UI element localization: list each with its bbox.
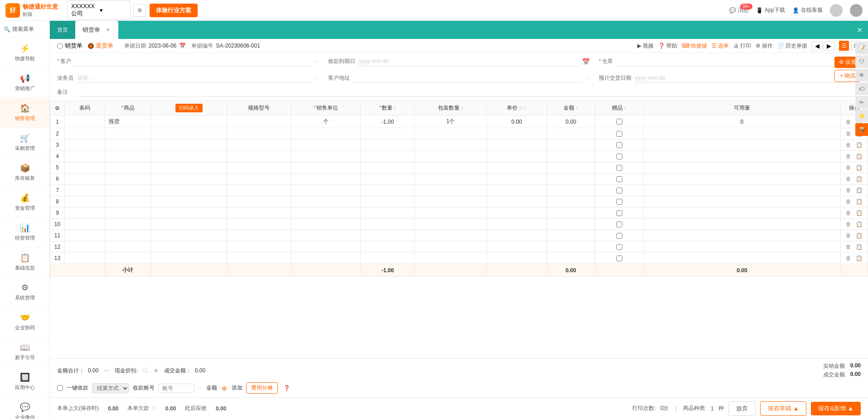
row-unit-price[interactable] xyxy=(487,253,547,264)
salesperson-input[interactable] xyxy=(76,73,312,83)
float-tag-button[interactable]: 🏷 xyxy=(855,82,868,95)
gift-checkbox[interactable] xyxy=(616,188,622,193)
customer-addr-dots[interactable]: ··· xyxy=(585,75,590,82)
row-gift[interactable] xyxy=(595,230,644,241)
float-pen-button[interactable]: ✏ xyxy=(855,96,868,109)
row-qty[interactable] xyxy=(361,162,415,173)
row-product[interactable] xyxy=(105,219,151,230)
save-draft-button[interactable]: 保存草稿 ▲ xyxy=(760,401,807,416)
row-product[interactable] xyxy=(105,151,151,162)
customer-input[interactable] xyxy=(74,57,312,66)
row-qty[interactable] xyxy=(361,173,415,185)
sidebar-item-sales[interactable]: 🏠 销售管理 xyxy=(0,98,49,128)
row-product[interactable] xyxy=(105,128,151,140)
discard-button[interactable]: 放弃 xyxy=(728,401,756,416)
row-qty[interactable] xyxy=(361,241,415,253)
sidebar-item-quick-nav[interactable]: ⚡ 快捷导航 xyxy=(0,38,49,68)
copy-icon[interactable]: 📋 xyxy=(856,142,863,148)
sidebar-item-marketing[interactable]: 📢 营销推广 xyxy=(0,68,49,98)
gift-checkbox[interactable] xyxy=(616,165,622,171)
row-product[interactable] xyxy=(105,185,151,196)
operate-link[interactable]: ⚙ 操作 xyxy=(756,42,773,50)
select-link[interactable]: ☰ 选单 xyxy=(712,42,729,50)
th-scan[interactable]: 扫码录入 xyxy=(151,101,227,116)
user-avatar[interactable] xyxy=(830,4,843,17)
row-product[interactable] xyxy=(105,207,151,219)
delete-icon[interactable]: 🗑 xyxy=(846,164,851,171)
sidebar-item-system[interactable]: ⚙ 系统管理 xyxy=(0,277,49,307)
delete-icon[interactable]: 🗑 xyxy=(846,244,851,250)
note-input[interactable] xyxy=(78,87,861,97)
print-link[interactable]: 🖨 打印 xyxy=(733,42,751,50)
gift-checkbox[interactable] xyxy=(616,131,622,137)
sidebar-search[interactable]: 🔍 搜索菜单 xyxy=(0,21,49,38)
row-product[interactable] xyxy=(105,241,151,253)
list-view-icon[interactable]: ☰ xyxy=(839,41,849,51)
copy-icon[interactable]: 📋 xyxy=(856,164,863,171)
row-qty[interactable] xyxy=(361,230,415,241)
shortcut-link[interactable]: ⌨ 快捷键 xyxy=(682,42,707,50)
float-star-button[interactable]: ⭐ xyxy=(855,110,868,122)
next-button[interactable]: ▶ xyxy=(824,41,834,51)
copy-icon[interactable]: 📋 xyxy=(856,210,863,216)
account-dots[interactable]: ··· xyxy=(198,385,203,391)
row-gift[interactable] xyxy=(595,185,644,196)
sidebar-item-wechat[interactable]: 💬 企业微信 xyxy=(0,397,49,419)
save-new-button[interactable]: 保存&新增 ▲ xyxy=(811,402,861,415)
add-button[interactable]: ⊕ xyxy=(222,385,227,392)
row-gift[interactable] xyxy=(595,219,644,230)
user-avatar-2[interactable] xyxy=(850,4,863,17)
gift-checkbox[interactable] xyxy=(616,154,622,159)
customer-addr-input[interactable] xyxy=(353,73,583,83)
salesperson-dots[interactable]: ··· xyxy=(315,75,319,82)
row-gift[interactable] xyxy=(595,140,644,151)
sales-order-radio[interactable] xyxy=(57,43,63,49)
return-order-radio-label[interactable]: 退货单 xyxy=(88,42,113,50)
row-unit-price[interactable] xyxy=(487,140,547,151)
settings-icon[interactable]: ⚙ xyxy=(133,4,146,17)
calendar-icon[interactable]: 📅 xyxy=(179,43,186,49)
row-gift[interactable] xyxy=(595,116,644,128)
delete-icon[interactable]: 🗑 xyxy=(846,210,851,216)
delete-icon[interactable]: 🗑 xyxy=(846,187,851,193)
delete-icon[interactable]: 🗑 xyxy=(846,198,851,205)
gift-checkbox[interactable] xyxy=(616,142,622,148)
row-gift[interactable] xyxy=(595,196,644,207)
row-gift[interactable] xyxy=(595,241,644,253)
row-product[interactable]: 拣货 xyxy=(105,116,151,128)
row-unit-price[interactable] xyxy=(487,241,547,253)
gift-checkbox[interactable] xyxy=(616,233,622,239)
history-link[interactable]: 📄 历史单据 xyxy=(777,42,807,50)
row-qty[interactable] xyxy=(361,253,415,264)
row-product[interactable] xyxy=(105,230,151,241)
delete-icon[interactable]: 🗑 xyxy=(846,176,851,182)
row-qty[interactable]: -1.00 xyxy=(361,116,415,128)
sidebar-item-operations[interactable]: 📊 经营管理 xyxy=(0,217,49,247)
prev-button[interactable]: ◀ xyxy=(812,41,823,51)
copy-icon[interactable]: 📋 xyxy=(856,232,863,239)
float-box-button[interactable]: 📦 xyxy=(855,123,868,136)
row-gift[interactable] xyxy=(595,253,644,264)
delete-icon[interactable]: 🗑 xyxy=(846,255,851,261)
sidebar-item-finance[interactable]: 💰 资金管理 xyxy=(0,188,49,217)
row-qty[interactable] xyxy=(361,140,415,151)
warehouse-input[interactable]: 建材仓 xyxy=(616,57,853,66)
settlement-select[interactable]: 结算方式 xyxy=(92,383,129,393)
recv-date-input[interactable] xyxy=(358,57,580,66)
row-product[interactable] xyxy=(105,253,151,264)
copy-icon[interactable]: 📋 xyxy=(856,153,863,159)
expense-button[interactable]: 费用分摊 xyxy=(246,382,278,394)
row-unit-price[interactable] xyxy=(487,185,547,196)
sidebar-item-app-center[interactable]: 🔲 应用中心 xyxy=(0,367,49,397)
return-order-radio[interactable] xyxy=(88,43,94,49)
row-qty[interactable] xyxy=(361,185,415,196)
row-gift[interactable] xyxy=(595,128,644,140)
float-note-button[interactable]: 📝 xyxy=(855,42,868,54)
row-gift[interactable] xyxy=(595,207,644,219)
row-product[interactable] xyxy=(105,140,151,151)
row-qty[interactable] xyxy=(361,128,415,140)
one-click-checkbox[interactable] xyxy=(57,385,63,391)
gift-checkbox[interactable] xyxy=(616,119,622,125)
row-gift[interactable] xyxy=(595,173,644,185)
row-qty[interactable] xyxy=(361,196,415,207)
